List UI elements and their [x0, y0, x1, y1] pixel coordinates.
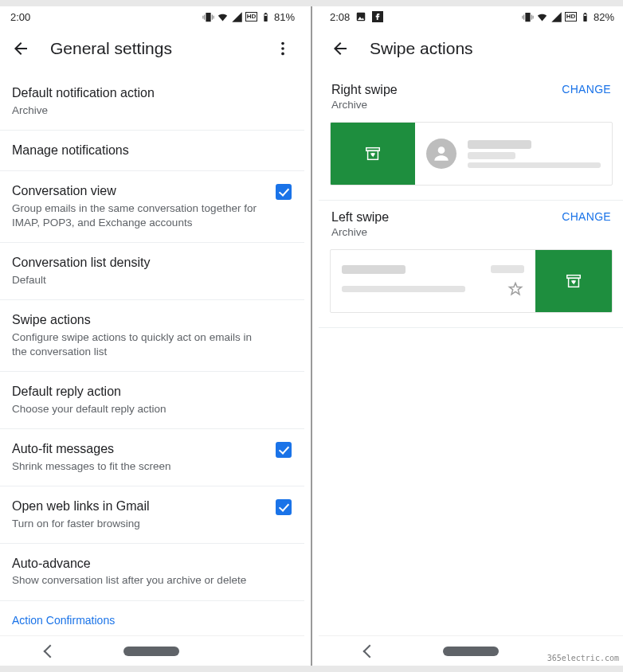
- image-icon: [355, 11, 366, 23]
- phone-swipe-actions: 2:08 HD: [319, 6, 623, 666]
- nav-home-pill[interactable]: [443, 647, 499, 656]
- item-title: Default reply action: [12, 383, 292, 400]
- checkbox-auto-fit[interactable]: [276, 442, 292, 458]
- app-bar: General settings: [0, 25, 304, 73]
- svg-rect-7: [584, 14, 586, 16]
- item-title: Auto-advance: [12, 555, 292, 572]
- hd-icon: HD: [565, 12, 577, 21]
- checkbox-web-links[interactable]: [276, 499, 292, 515]
- page-title: General settings: [50, 39, 253, 58]
- left-swipe-sub: Archive: [331, 226, 389, 238]
- app-bar: Swipe actions: [319, 25, 623, 73]
- status-time: 2:08: [330, 11, 350, 23]
- section-action-confirmations: Action Confirmations: [0, 601, 304, 633]
- vibrate-icon: [202, 11, 214, 23]
- item-title: Conversation view: [12, 182, 264, 200]
- item-sub: Configure swipe actions to quickly act o…: [12, 330, 267, 359]
- status-battery-pct: 81%: [274, 11, 295, 23]
- svg-rect-0: [264, 14, 267, 16]
- item-default-notification-action[interactable]: Default notification action Archive: [0, 73, 304, 131]
- back-button[interactable]: [7, 35, 34, 62]
- star-icon: [507, 280, 524, 298]
- hd-icon: HD: [245, 12, 257, 21]
- archive-icon: [535, 250, 612, 312]
- right-swipe-section: Right swipe Archive CHANGE: [319, 73, 623, 201]
- checkbox-conversation-view[interactable]: [276, 184, 292, 200]
- status-icons: HD 82%: [522, 11, 614, 23]
- item-sub: Turn on for faster browsing: [12, 517, 264, 531]
- item-default-reply-action[interactable]: Default reply action Choose your default…: [0, 372, 304, 429]
- left-swipe-preview: [330, 249, 613, 313]
- item-conversation-list-density[interactable]: Conversation list density Default: [0, 243, 304, 300]
- overflow-menu-button[interactable]: [269, 35, 296, 62]
- left-swipe-section: Left swipe Archive CHANGE: [319, 201, 623, 328]
- svg-point-3: [281, 53, 284, 56]
- right-swipe-sub: Archive: [331, 99, 398, 111]
- nav-back-button[interactable]: [43, 644, 57, 658]
- status-icons: HD 81%: [202, 11, 295, 23]
- item-swipe-actions[interactable]: Swipe actions Configure swipe actions to…: [0, 300, 304, 372]
- svg-point-1: [281, 42, 284, 45]
- status-time: 2:00: [10, 11, 30, 23]
- item-manage-notifications[interactable]: Manage notifications: [0, 131, 304, 172]
- back-button[interactable]: [327, 35, 354, 62]
- battery-icon: [579, 11, 591, 23]
- right-swipe-change-button[interactable]: CHANGE: [562, 83, 611, 96]
- item-sub: Choose your default reply action: [12, 402, 267, 416]
- status-bar: 2:08 HD: [319, 6, 623, 25]
- status-battery-pct: 82%: [594, 11, 614, 23]
- item-conversation-view[interactable]: Conversation view Group emails in the sa…: [0, 171, 304, 243]
- left-swipe-title: Left swipe: [331, 210, 389, 225]
- item-open-web-links[interactable]: Open web links in Gmail Turn on for fast…: [0, 486, 304, 544]
- item-title: Default notification action: [12, 84, 292, 102]
- item-auto-advance[interactable]: Auto-advance Show conversation list afte…: [0, 544, 304, 601]
- phone-divider: [311, 6, 312, 666]
- page-title: Swipe actions: [370, 39, 616, 58]
- item-auto-fit-messages[interactable]: Auto-fit messages Shrink messages to fit…: [0, 429, 304, 486]
- item-title: Open web links in Gmail: [12, 498, 264, 515]
- navbar: [0, 635, 304, 666]
- left-swipe-change-button[interactable]: CHANGE: [562, 210, 611, 223]
- item-sub: Shrink messages to fit the screen: [12, 459, 264, 474]
- item-sub: Default: [12, 273, 267, 287]
- nav-home-pill[interactable]: [123, 647, 179, 656]
- item-sub: Group emails in the same conversation to…: [12, 201, 264, 230]
- wifi-icon: [536, 11, 548, 23]
- swipe-list: Right swipe Archive CHANGE: [319, 73, 623, 635]
- item-title: Conversation list density: [12, 254, 292, 272]
- settings-list: Default notification action Archive Mana…: [0, 73, 304, 635]
- right-swipe-title: Right swipe: [331, 83, 398, 97]
- nav-back-button[interactable]: [362, 644, 376, 658]
- wifi-icon: [217, 11, 229, 23]
- battery-icon: [260, 11, 272, 23]
- svg-point-2: [281, 47, 284, 50]
- signal-icon: [551, 11, 562, 23]
- right-swipe-preview: [330, 122, 613, 186]
- item-title: Auto-fit messages: [12, 440, 264, 458]
- status-bar: 2:00 HD 81%: [0, 6, 304, 25]
- vibrate-icon: [522, 11, 534, 23]
- facebook-icon: [371, 11, 383, 23]
- phone-general-settings: 2:00 HD 81%: [0, 6, 304, 666]
- avatar-icon: [426, 139, 456, 169]
- item-title: Manage notifications: [12, 142, 292, 159]
- watermark: 365electric.com: [547, 654, 619, 662]
- svg-point-10: [438, 147, 445, 154]
- item-title: Swipe actions: [12, 311, 292, 329]
- archive-icon: [331, 123, 415, 185]
- item-sub: Archive: [12, 104, 267, 118]
- signal-icon: [231, 11, 243, 23]
- skeleton-content: [468, 137, 601, 171]
- item-sub: Show conversation list after you archive…: [12, 573, 267, 588]
